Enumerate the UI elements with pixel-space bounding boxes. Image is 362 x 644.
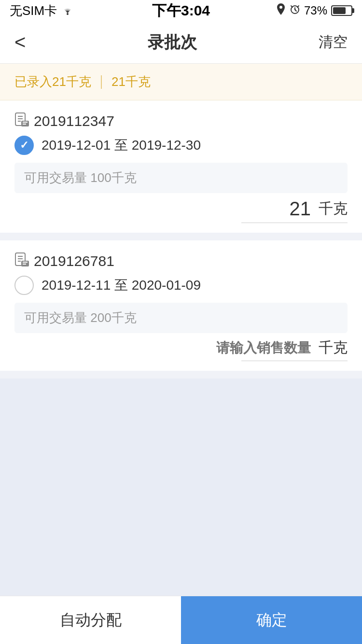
avail-text-1: 可用交易量 100千克 [24, 170, 137, 185]
auto-assign-button[interactable]: 自动分配 [0, 596, 181, 644]
status-right: 73% [276, 3, 352, 18]
batch-card-2-inner: 2019126781 2019-12-11 至 2020-01-09 可用交易量… [0, 240, 362, 333]
amount-line-1: 21 千克 [290, 198, 348, 220]
amount-unit-1: 千克 [319, 199, 348, 219]
avail-row-2: 可用交易量 200千克 [14, 303, 348, 333]
batch-card-1-inner: 2019112347 2019-12-01 至 2019-12-30 可用交易量… [0, 100, 362, 193]
alarm-icon [290, 4, 300, 17]
svg-point-0 [67, 13, 69, 15]
status-time: 下午3:04 [152, 1, 210, 21]
batch-id-row-1: 2019112347 [14, 112, 348, 130]
batch-id-2: 2019126781 [34, 253, 114, 269]
underline-1 [241, 223, 348, 223]
empty-space [0, 378, 362, 596]
location-icon [276, 3, 286, 18]
batch-card-2: 2019126781 2019-12-11 至 2020-01-09 可用交易量… [0, 240, 362, 371]
carrier-text: 无SIM卡 [10, 2, 57, 19]
batch-date-2: 2019-12-11 至 2020-01-09 [42, 276, 201, 294]
radio-1[interactable] [14, 136, 34, 155]
batch-date-1: 2019-12-01 至 2019-12-30 [42, 136, 201, 154]
bottom-bar: 自动分配 确定 [0, 596, 362, 644]
content-area: 已录入21千克 21千克 2019112347 [0, 64, 362, 596]
batch-doc-icon-2 [14, 252, 30, 270]
summary-label: 已录入21千克 [14, 73, 91, 90]
batch-doc-icon-1 [14, 112, 30, 130]
page-title: 录批次 [148, 31, 197, 54]
summary-value: 21千克 [111, 73, 151, 90]
batch-date-row-2[interactable]: 2019-12-11 至 2020-01-09 [14, 276, 348, 295]
amount-value-1: 21 [290, 198, 311, 220]
batch-date-row-1[interactable]: 2019-12-01 至 2019-12-30 [14, 136, 348, 155]
nav-bar: < 录批次 清空 [0, 21, 362, 64]
summary-bar: 已录入21千克 21千克 [0, 64, 362, 100]
quantity-input-2[interactable] [166, 340, 311, 356]
confirm-button[interactable]: 确定 [181, 596, 362, 644]
wifi-icon [61, 3, 74, 18]
avail-row-1: 可用交易量 100千克 [14, 163, 348, 193]
radio-2[interactable] [14, 276, 34, 295]
clear-button[interactable]: 清空 [319, 32, 348, 52]
battery-percent: 73% [304, 4, 327, 17]
summary-divider [101, 75, 102, 89]
card-separator-1 [0, 233, 362, 240]
batch-card-1: 2019112347 2019-12-01 至 2019-12-30 可用交易量… [0, 100, 362, 233]
underline-2 [241, 361, 348, 361]
status-bar: 无SIM卡 下午3:04 73% [0, 0, 362, 21]
avail-text-2: 可用交易量 200千克 [24, 310, 137, 325]
amount-unit-2: 千克 [319, 338, 348, 358]
status-left: 无SIM卡 [10, 2, 74, 19]
amount-row-1: 21 千克 [0, 193, 362, 233]
amount-row-2: 千克 [0, 333, 362, 371]
back-button[interactable]: < [14, 31, 26, 53]
batch-id-row-2: 2019126781 [14, 252, 348, 270]
battery-icon [331, 5, 352, 16]
batch-id-1: 2019112347 [34, 113, 114, 129]
card-separator-2 [0, 371, 362, 378]
amount-line-2: 千克 [166, 338, 348, 358]
